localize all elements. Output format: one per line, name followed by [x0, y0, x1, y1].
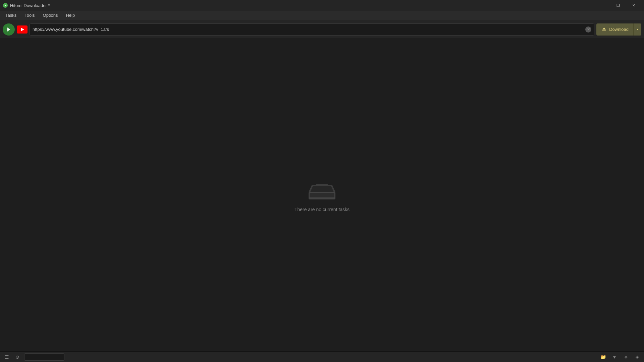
menu-icon-button[interactable]: ☰: [3, 353, 11, 361]
menu-tools[interactable]: Tools: [20, 11, 39, 19]
download-dropdown-button[interactable]: [633, 23, 641, 36]
menu-tasks[interactable]: Tasks: [1, 11, 20, 19]
menu-bar: Tasks Tools Options Help: [0, 11, 644, 20]
folder-icon-button[interactable]: 📁: [599, 353, 607, 361]
menu-options[interactable]: Options: [39, 11, 62, 19]
url-input[interactable]: [33, 27, 585, 32]
discord-icon-button[interactable]: ◈: [633, 353, 641, 361]
content-area: There are no current tasks: [0, 39, 644, 351]
status-bar-left: ☰ ⊘: [3, 353, 64, 361]
svg-marker-6: [602, 27, 606, 29]
url-input-container: ✕: [30, 23, 594, 36]
maximize-button[interactable]: ❐: [610, 0, 626, 11]
filter-input[interactable]: [24, 353, 64, 361]
minimize-button[interactable]: —: [595, 0, 610, 11]
empty-state-icon: [307, 178, 337, 201]
download-main-button[interactable]: Download: [596, 23, 633, 36]
status-bar: ☰ ⊘ 📁 ♥ ⎈ ◈: [0, 351, 644, 362]
window-controls: — ❐ ✕: [595, 0, 641, 11]
close-button[interactable]: ✕: [626, 0, 641, 11]
menu-help[interactable]: Help: [62, 11, 79, 19]
svg-marker-7: [637, 29, 639, 30]
download-label: Download: [609, 27, 629, 32]
app-icon: [3, 3, 8, 8]
status-bar-right: 📁 ♥ ⎈ ◈: [599, 353, 641, 361]
github-icon-button[interactable]: ⎈: [622, 353, 630, 361]
svg-rect-10: [316, 184, 328, 186]
filter-icon-button[interactable]: ⊘: [13, 353, 21, 361]
svg-rect-9: [310, 193, 334, 197]
app-title: Hitomi Downloader *: [10, 3, 50, 8]
download-button-group: Download Download: [596, 23, 641, 36]
title-bar-left: Hitomi Downloader *: [3, 3, 50, 8]
play-icon: [6, 27, 11, 32]
chevron-down-icon: [636, 28, 639, 31]
youtube-icon: [17, 25, 28, 34]
empty-state-text: There are no current tasks: [294, 207, 350, 212]
heart-icon-button[interactable]: ♥: [610, 353, 619, 361]
clear-url-button[interactable]: ✕: [585, 26, 591, 33]
svg-rect-5: [602, 31, 606, 31]
download-icon: [601, 26, 607, 33]
play-button[interactable]: [3, 23, 15, 36]
title-bar: Hitomi Downloader * — ❐ ✕: [0, 0, 644, 11]
svg-marker-2: [7, 27, 10, 32]
toolbar: ✕ Download Download: [0, 20, 644, 39]
